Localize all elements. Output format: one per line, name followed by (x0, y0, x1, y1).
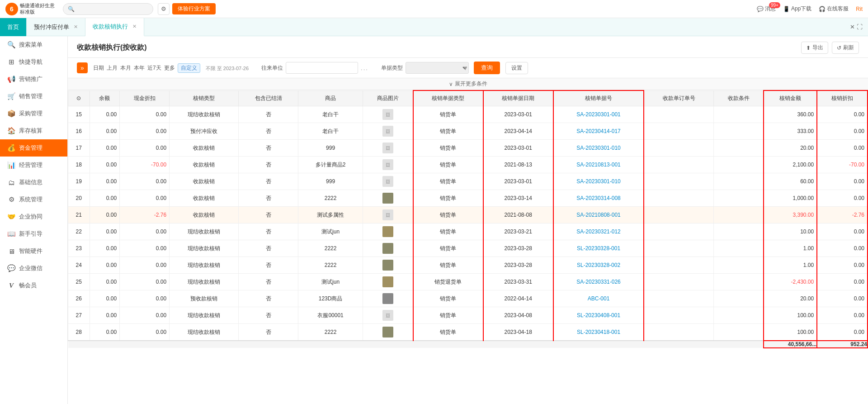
cell-verify-doc-no[interactable]: SL-20230418-001 (553, 324, 644, 341)
partner-input[interactable] (286, 62, 358, 74)
sidebar-item-sales[interactable]: 🛒 销售管理 (0, 88, 67, 105)
filter-expand-btn[interactable]: » (77, 62, 88, 73)
close-window-icon[interactable]: ✕ (850, 24, 855, 30)
sidebar-item-enterprise[interactable]: 🤝 企业协同 (0, 208, 67, 225)
sidebar-item-smart[interactable]: 🖥 智能硬件 (0, 242, 67, 260)
settings-icon[interactable]: ⚙ (158, 3, 170, 15)
top-search[interactable]: 🔍 (63, 3, 153, 15)
sidebar-item-search[interactable]: 🔍 搜索菜单 (0, 36, 67, 53)
sidebar-item-guide[interactable]: 📖 新手引导 (0, 225, 67, 242)
verify-doc-link[interactable]: SA-20230301-010 (576, 145, 620, 151)
cell-verify-doc-no[interactable]: SA-20230414-017 (553, 123, 644, 140)
date-filter-group: 日期 上月 本月 本年 近7天 更多 自定义 (93, 63, 200, 73)
cell-collect-order-no (644, 140, 713, 157)
col-header-verify-discount: 核销折扣 (817, 90, 868, 106)
verify-doc-link[interactable]: SA-20230301-001 (576, 111, 620, 118)
verify-doc-link[interactable]: SA-20230414-017 (576, 128, 620, 134)
date-7days[interactable]: 近7天 (147, 64, 161, 72)
logo-icon: 6 (5, 3, 18, 15)
sidebar-item-inventory[interactable]: 🏠 库存核算 (0, 122, 67, 139)
refresh-btn[interactable]: ↺ 刷新 (832, 42, 859, 54)
maximize-icon[interactable]: ⛶ (857, 24, 863, 30)
cell-verify-type: 现结收款核销 (170, 274, 239, 290)
date-this-year[interactable]: 本年 (134, 64, 145, 72)
partner-dots[interactable]: ... (361, 65, 368, 71)
sidebar-item-wechat[interactable]: 💬 企业微信 (0, 260, 67, 277)
close-collection-icon[interactable]: ✕ (132, 24, 137, 29)
cell-verify-doc-date: 2023-03-31 (483, 274, 553, 290)
verify-doc-link[interactable]: SA-20230301-010 (576, 178, 620, 185)
filter-bar: » 日期 上月 本月 本年 近7天 更多 自定义 不限 至 2023-07-26… (68, 58, 868, 78)
tab-prepay[interactable]: 预付冲应付单 ✕ (27, 18, 85, 36)
cell-collect-condition (714, 140, 764, 157)
cell-verify-doc-date: 2023-03-01 (483, 173, 553, 190)
date-custom[interactable]: 自定义 (178, 63, 200, 73)
verify-doc-link[interactable]: SA-20230321-012 (576, 228, 620, 235)
industry-btn[interactable]: 体验行业方案 (172, 3, 216, 14)
cell-verify-amount: 333.00 (764, 123, 817, 140)
query-btn[interactable]: 查询 (474, 62, 500, 74)
sidebar-item-finance[interactable]: 💰 资金管理 (0, 139, 67, 157)
app-icon: 📱 (783, 6, 790, 12)
sidebar-item-member[interactable]: V 畅会员 (0, 277, 67, 294)
data-table: ⊙ 余额 现金折扣 核销类型 包含已结清 商品 商品图片 核销单据类型 核销单据… (68, 90, 868, 348)
filter-settings-btn[interactable]: 设置 (505, 62, 528, 74)
export-btn[interactable]: ⬆ 导出 (801, 42, 828, 54)
verify-doc-link[interactable]: SA-20210808-001 (576, 212, 620, 218)
table-row: 23 0.00 0.00 现结收款核销 否 2222 销货单 2023-03-2… (68, 240, 868, 257)
cell-no: 25 (68, 274, 90, 290)
date-last-month[interactable]: 上月 (107, 64, 118, 72)
sidebar-item-base[interactable]: 🗂 基础信息 (0, 174, 67, 191)
online-service-btn[interactable]: 🎧 在线客服 (819, 5, 849, 13)
tab-home[interactable]: 首页 (0, 18, 27, 36)
page-actions: ⬆ 导出 ↺ 刷新 (801, 42, 859, 54)
verify-doc-link[interactable]: SL-20230328-001 (577, 245, 620, 252)
cell-collect-order-no (644, 307, 713, 324)
cell-verify-doc-no[interactable]: SL-20230328-002 (553, 257, 644, 274)
voucher-type-select[interactable] (406, 62, 469, 74)
verify-doc-link[interactable]: SL-20230418-001 (577, 329, 620, 335)
cell-verify-doc-no[interactable]: SL-20230328-001 (553, 240, 644, 257)
cell-verify-doc-no[interactable]: SA-20230331-026 (553, 274, 644, 290)
verify-doc-link[interactable]: SL-20230408-001 (577, 312, 620, 318)
cell-verify-doc-no[interactable]: SA-20230301-010 (553, 173, 644, 190)
sidebar-item-operation[interactable]: 📊 经营管理 (0, 157, 67, 174)
col-header-settings[interactable]: ⊙ (68, 90, 90, 106)
cell-verify-doc-no[interactable]: SA-20230301-001 (553, 106, 644, 123)
cell-cash-discount: -70.00 (120, 157, 170, 173)
verify-doc-link[interactable]: SA-20210813-001 (576, 162, 620, 168)
cell-verify-doc-date: 2023-04-08 (483, 307, 553, 324)
expand-conditions-btn[interactable]: ∨ 展开更多条件 (449, 80, 487, 88)
cell-verify-doc-no[interactable]: SA-20230314-008 (553, 190, 644, 207)
sidebar-item-marketing[interactable]: 📢 营销推广 (0, 71, 67, 88)
verify-doc-link[interactable]: SA-20230331-026 (576, 279, 620, 285)
message-btn[interactable]: 💬 消息 99+ (757, 5, 776, 13)
verify-doc-link[interactable]: SA-20230314-008 (576, 195, 620, 201)
cell-verify-doc-no[interactable]: ABC-001 (553, 290, 644, 307)
cell-no: 21 (68, 207, 90, 223)
smart-icon: 🖥 (7, 247, 15, 255)
app-download-btn[interactable]: 📱 App下载 (783, 5, 811, 13)
sidebar-item-system[interactable]: ⚙ 系统管理 (0, 191, 67, 208)
verify-doc-link[interactable]: SL-20230328-002 (577, 262, 620, 268)
date-this-month[interactable]: 本月 (120, 64, 131, 72)
verify-doc-link[interactable]: ABC-001 (588, 295, 610, 302)
cell-verify-doc-no[interactable]: SA-20230301-010 (553, 140, 644, 157)
sidebar-item-quick[interactable]: ⊞ 快捷导航 (0, 53, 67, 71)
tab-collection[interactable]: 收款核销执行 ✕ (85, 18, 144, 36)
cell-no: 18 (68, 157, 90, 173)
sidebar-item-operation-label: 经营管理 (19, 161, 42, 169)
cell-product-image (363, 190, 413, 207)
cell-verify-doc-no[interactable]: SA-20230321-012 (553, 223, 644, 240)
date-more[interactable]: 更多 (164, 64, 175, 72)
cell-verify-doc-no[interactable]: SL-20230408-001 (553, 307, 644, 324)
sidebar-item-inventory-label: 库存核算 (19, 127, 42, 135)
cell-verify-doc-no[interactable]: SA-20210813-001 (553, 157, 644, 173)
close-prepay-icon[interactable]: ✕ (74, 24, 78, 30)
cell-verify-doc-no[interactable]: SA-20210808-001 (553, 207, 644, 223)
cell-verify-doc-type: 销货单 (413, 207, 483, 223)
data-table-container: ⊙ 余额 现金折扣 核销类型 包含已结清 商品 商品图片 核销单据类型 核销单据… (68, 90, 868, 404)
cell-collect-order-no (644, 123, 713, 140)
sidebar-item-purchase[interactable]: 📦 采购管理 (0, 105, 67, 122)
cell-cash-discount: 0.00 (120, 257, 170, 274)
